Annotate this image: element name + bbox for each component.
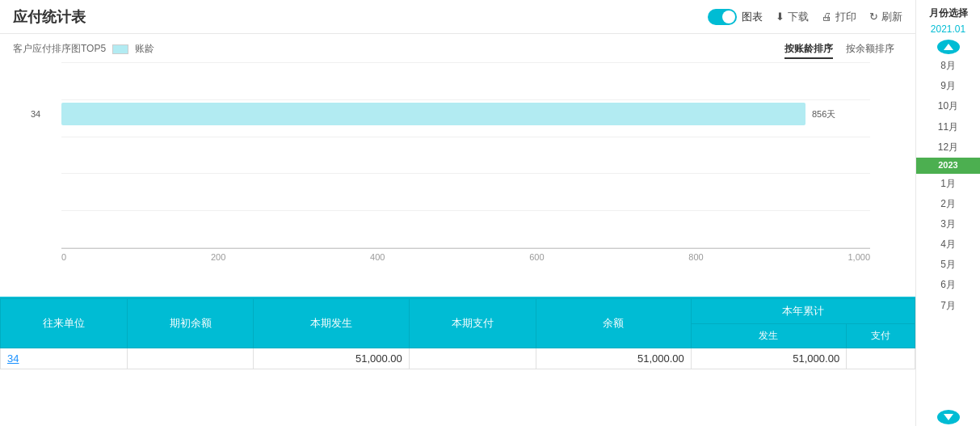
chart-toggle-label: 图表 (742, 10, 763, 24)
chart-inner: 34 856天 0 200 400 600 800 1,000 (61, 62, 870, 272)
month-item[interactable]: 7月 (916, 296, 980, 316)
sort-tabs: 按账龄排序 按余额排序 (784, 42, 894, 59)
refresh-icon: ↻ (869, 11, 878, 23)
month-item[interactable]: 1月 (916, 174, 980, 194)
bar-y-label: 34 (31, 109, 40, 119)
download-label: 下载 (788, 10, 809, 24)
x-label-800: 800 (688, 252, 703, 262)
download-icon: ⬇ (776, 11, 784, 23)
svg-marker-1 (944, 414, 953, 420)
table-section: 往来单位 期初余额 本期发生 本期支付 余额 本年累计 发生 支付 34 (0, 297, 915, 426)
x-label-0: 0 (61, 252, 66, 262)
x-label-600: 600 (529, 252, 544, 262)
x-label-400: 400 (370, 252, 385, 262)
cell-ytd-occur: 51,000.00 (691, 348, 846, 369)
legend-box (112, 44, 128, 54)
right-sidebar: 月份选择 2021.01 8月9月10月11月12月20231月2月3月4月5月… (915, 0, 980, 426)
chart-toggle[interactable]: 图表 (708, 9, 763, 25)
print-label: 打印 (835, 10, 856, 24)
cell-current-pay (409, 348, 536, 369)
cell-balance: 51,000.00 (536, 348, 691, 369)
sidebar-title: 月份选择 (929, 6, 968, 20)
header-actions: 图表 ⬇ 下载 🖨 打印 ↻ 刷新 (708, 9, 902, 25)
month-item[interactable]: 2月 (916, 194, 980, 214)
bar-row: 34 856天 (61, 103, 870, 125)
month-item[interactable]: 12月 (916, 137, 980, 158)
header: 应付统计表 图表 ⬇ 下载 🖨 打印 ↻ 刷新 (0, 0, 915, 34)
cell-opening (127, 348, 254, 369)
col-ytd-pay: 支付 (847, 324, 915, 348)
print-icon: 🖨 (822, 11, 832, 23)
chart-canvas: 34 856天 0 200 400 600 800 1,000 (13, 62, 902, 297)
bar-end-label: 856天 (812, 108, 835, 120)
print-button[interactable]: 🖨 打印 (822, 10, 856, 24)
col-unit: 往来单位 (1, 299, 128, 348)
table-body: 34 51,000.00 51,000.00 51,000.00 (1, 348, 915, 369)
col-opening: 期初余额 (127, 299, 254, 348)
data-table: 往来单位 期初余额 本期发生 本期支付 余额 本年累计 发生 支付 34 (0, 298, 915, 369)
download-button[interactable]: ⬇ 下载 (776, 10, 809, 24)
refresh-label: 刷新 (881, 10, 902, 24)
cell-ytd-pay (847, 348, 915, 369)
sidebar-up-button[interactable] (937, 40, 960, 54)
table-row: 34 51,000.00 51,000.00 51,000.00 (1, 348, 915, 369)
svg-marker-0 (944, 44, 953, 50)
col-balance: 余额 (536, 299, 691, 348)
chart-section: 客户应付排序图TOP5 账龄 按账龄排序 按余额排序 (0, 34, 915, 297)
month-item[interactable]: 6月 (916, 275, 980, 295)
unit-link[interactable]: 34 (7, 352, 19, 365)
sidebar-down-button[interactable] (937, 410, 960, 424)
col-ytd: 本年累计 (691, 299, 915, 324)
x-axis: 0 200 400 600 800 1,000 (61, 248, 870, 272)
grid-lines (61, 62, 870, 248)
col-current-occur: 本期发生 (254, 299, 409, 348)
refresh-button[interactable]: ↻ 刷新 (869, 10, 902, 24)
month-item[interactable]: 9月 (916, 76, 980, 96)
table-header-row: 往来单位 期初余额 本期发生 本期支付 余额 本年累计 (1, 299, 915, 324)
cell-unit: 34 (1, 348, 128, 369)
month-item[interactable]: 2023 (916, 158, 980, 174)
col-ytd-occur: 发生 (691, 324, 846, 348)
month-item[interactable]: 8月 (916, 56, 980, 76)
x-label-1000: 1,000 (848, 252, 870, 262)
page-title: 应付统计表 (13, 7, 86, 27)
cell-current-occur: 51,000.00 (254, 348, 409, 369)
month-list: 8月9月10月11月12月20231月2月3月4月5月6月7月 (916, 56, 980, 408)
sort-tab-balance[interactable]: 按账龄排序 (784, 42, 833, 59)
legend-box-label: 账龄 (135, 42, 154, 56)
toggle-thumb (722, 11, 735, 23)
month-item[interactable]: 11月 (916, 117, 980, 137)
bar-rect (61, 103, 805, 125)
x-label-200: 200 (211, 252, 225, 262)
month-item[interactable]: 5月 (916, 255, 980, 275)
sidebar-current: 2021.01 (931, 23, 965, 35)
month-item[interactable]: 10月 (916, 96, 980, 116)
month-item[interactable]: 4月 (916, 234, 980, 255)
month-item[interactable]: 3月 (916, 214, 980, 234)
sort-tab-amount[interactable]: 按余额排序 (846, 42, 894, 59)
toggle-track[interactable] (708, 9, 737, 25)
legend-title: 客户应付排序图TOP5 (13, 42, 106, 56)
chart-legend: 客户应付排序图TOP5 账龄 (13, 42, 154, 56)
col-current-pay: 本期支付 (409, 299, 536, 348)
